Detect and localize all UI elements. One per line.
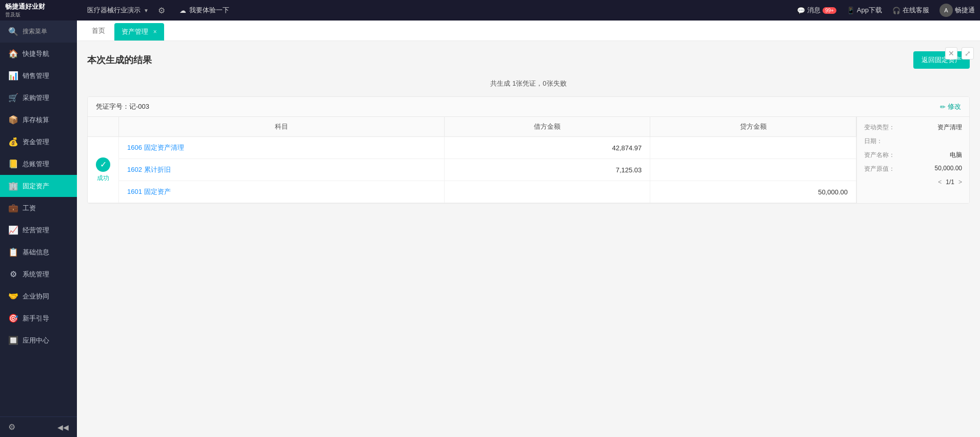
right-actions: 💬 消息 99+ 📱 App下载 🎧 在线客服 A 畅捷通 <box>797 4 975 17</box>
ledger-icon: 📒 <box>8 159 18 169</box>
sidebar-search-label: 搜索菜单 <box>23 27 47 36</box>
messages-badge: 99+ <box>823 7 836 14</box>
app-download-label: App下载 <box>857 6 882 15</box>
company-name: 医疗器械行业演示 <box>87 6 141 15</box>
debit-cell-1: 42,874.97 <box>444 137 650 159</box>
messages-action[interactable]: 💬 消息 99+ <box>797 6 836 15</box>
sidebar-item-fixed-assets[interactable]: 🏢 固定资产 <box>0 175 77 197</box>
voucher-body: 科目 借方金额 贷方金额 ✓ 成 <box>88 117 969 203</box>
sidebar-item-basic-info[interactable]: 📋 基础信息 <box>0 241 77 263</box>
sidebar-item-ledger[interactable]: 📒 总账管理 <box>0 153 77 175</box>
prev-page-button[interactable]: < <box>938 178 942 186</box>
system-icon: ⚙ <box>8 269 18 279</box>
success-circle-icon: ✓ <box>96 157 110 172</box>
sidebar-item-enterprise[interactable]: 🤝 企业协同 <box>0 285 77 307</box>
tab-home[interactable]: 首页 <box>85 22 112 41</box>
capital-icon: 💰 <box>8 137 18 147</box>
app-download-action[interactable]: 📱 App下载 <box>847 6 882 15</box>
page-title-bar: 本次生成的结果 返回固定资产 <box>87 51 970 69</box>
messages-label: 消息 <box>807 6 821 15</box>
guide-icon: 🎯 <box>8 313 18 323</box>
next-page-button[interactable]: > <box>958 178 962 186</box>
download-icon: 📱 <box>847 7 855 14</box>
page-content: ✕ ⤢ 本次生成的结果 返回固定资产 共生成 1张凭证，0张失败 凭证字号：记-… <box>77 41 980 437</box>
sidebar: 🔍 搜索菜单 🏠 快捷导航 📊 销售管理 🛒 采购管理 📦 库存核算 💰 资金管… <box>0 21 77 437</box>
username-label: 畅捷通 <box>955 6 975 15</box>
sidebar-label: 新手引导 <box>23 314 49 323</box>
table-row: 1602 累计折旧 7,125.03 <box>88 159 856 181</box>
sidebar-item-operations[interactable]: 📈 经营管理 <box>0 219 77 241</box>
sidebar-item-salary[interactable]: 💼 工资 <box>0 197 77 219</box>
message-icon: 💬 <box>797 7 805 14</box>
window-controls: ✕ ⤢ <box>945 47 974 59</box>
edit-icon: ✏ <box>940 103 946 111</box>
online-service-action[interactable]: 🎧 在线客服 <box>892 6 929 15</box>
subject-cell-1: 1606 固定资产清理 <box>119 137 445 159</box>
sidebar-label: 基础信息 <box>23 248 49 257</box>
sidebar-label: 库存核算 <box>23 115 49 125</box>
enterprise-icon: 🤝 <box>8 291 18 301</box>
success-indicator: ✓ 成功 <box>96 157 110 183</box>
basic-info-icon: 📋 <box>8 247 18 257</box>
top-header: 畅捷通好业财 普及版 医疗器械行业演示 ▼ ⚙ ☁ 我要体验一下 💬 消息 99… <box>0 0 980 21</box>
main-layout: 🔍 搜索菜单 🏠 快捷导航 📊 销售管理 🛒 采购管理 📦 库存核算 💰 资金管… <box>0 21 980 437</box>
app-title: 畅捷通好业财 <box>5 2 45 11</box>
collapse-button[interactable]: ◀◀ <box>57 423 69 431</box>
avatar: A <box>939 4 953 17</box>
sidebar-item-guide[interactable]: 🎯 新手引导 <box>0 307 77 329</box>
sidebar-item-quick-nav[interactable]: 🏠 快捷导航 <box>0 43 77 65</box>
sidebar-label: 企业协同 <box>23 292 49 301</box>
sidebar-item-capital[interactable]: 💰 资金管理 <box>0 131 77 153</box>
pagination-row: < 1/1 > <box>864 178 962 186</box>
voucher-number: 凭证字号：记-003 <box>96 102 149 111</box>
expand-button[interactable]: ⤢ <box>962 47 974 59</box>
company-selector[interactable]: 医疗器械行业演示 ▼ <box>82 6 154 15</box>
asset-name-value: 电脑 <box>950 151 962 160</box>
sidebar-label: 资金管理 <box>23 137 49 147</box>
sales-icon: 📊 <box>8 71 18 81</box>
date-row: 日期： <box>864 137 962 146</box>
sidebar-item-inventory[interactable]: 📦 库存核算 <box>0 109 77 131</box>
user-action[interactable]: A 畅捷通 <box>939 4 975 17</box>
success-label: 成功 <box>97 174 109 183</box>
tab-asset-mgmt[interactable]: 资产管理 × <box>114 23 164 41</box>
tab-bar: 首页 资产管理 × <box>77 21 980 41</box>
asset-name-row: 资产名称： 电脑 <box>864 151 962 160</box>
sidebar-item-search[interactable]: 🔍 搜索菜单 <box>0 21 77 43</box>
tab-close-icon[interactable]: × <box>153 28 157 35</box>
sidebar-item-app-center[interactable]: 🔲 应用中心 <box>0 329 77 351</box>
sidebar-label: 应用中心 <box>23 336 49 345</box>
sidebar-item-system[interactable]: ⚙ 系统管理 <box>0 263 77 285</box>
bottom-settings-icon[interactable]: ⚙ <box>8 422 15 432</box>
feedback-link[interactable]: ☁ 我要体验一下 <box>179 6 229 15</box>
asset-value-label: 资产原值： <box>864 165 895 173</box>
search-icon: 🔍 <box>8 27 18 36</box>
sidebar-label: 系统管理 <box>23 270 49 279</box>
date-label: 日期： <box>864 137 883 146</box>
avatar-text: A <box>944 7 948 13</box>
debit-cell-2: 7,125.03 <box>444 159 650 181</box>
subject-cell-2: 1602 累计折旧 <box>119 159 445 181</box>
settings-icon[interactable]: ⚙ <box>154 3 169 18</box>
page-title: 本次生成的结果 <box>87 54 152 66</box>
sidebar-label: 经营管理 <box>23 226 49 235</box>
voucher-table: 科目 借方金额 贷方金额 ✓ 成 <box>88 117 856 203</box>
sidebar-item-sales[interactable]: 📊 销售管理 <box>0 65 77 87</box>
side-panel: 变动类型： 资产清理 日期： 资产名称： 电脑 资产原值： <box>856 117 969 203</box>
close-button[interactable]: ✕ <box>945 47 957 59</box>
feedback-text: 我要体验一下 <box>189 6 229 15</box>
sidebar-item-purchase[interactable]: 🛒 采购管理 <box>0 87 77 109</box>
pagination-info: 1/1 <box>946 178 954 186</box>
credit-header: 贷方金额 <box>650 117 856 137</box>
logo-area: 畅捷通好业财 普及版 <box>5 2 82 18</box>
feedback-icon: ☁ <box>179 7 186 14</box>
sidebar-label: 采购管理 <box>23 93 49 103</box>
credit-cell-2 <box>650 159 856 181</box>
sidebar-label: 工资 <box>23 204 36 213</box>
sidebar-label: 总账管理 <box>23 160 49 169</box>
asset-value-value: 50,000.00 <box>935 165 962 173</box>
app-subtitle: 普及版 <box>5 11 21 18</box>
purchase-icon: 🛒 <box>8 93 18 103</box>
voucher-header: 凭证字号：记-003 ✏ 修改 <box>88 97 969 117</box>
edit-button[interactable]: ✏ 修改 <box>940 102 961 111</box>
